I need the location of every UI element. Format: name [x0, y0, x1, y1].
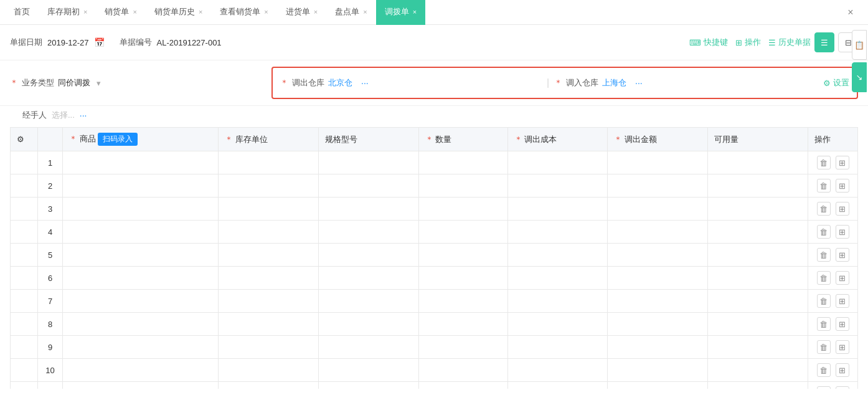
row-amount-cell[interactable] — [608, 198, 708, 221]
row-copy-icon[interactable]: ⊞ — [836, 363, 849, 377]
row-available-cell[interactable] — [708, 151, 808, 174]
row-unit-cell[interactable] — [219, 336, 319, 359]
row-cost-cell[interactable] — [507, 221, 608, 244]
row-copy-icon[interactable]: ⊞ — [836, 294, 849, 308]
row-delete-icon[interactable]: 🗑 — [817, 179, 831, 193]
tab-transfer[interactable]: 调拨单 × — [376, 0, 425, 25]
warehouse-out-ellipsis[interactable]: ··· — [361, 78, 369, 88]
row-cost-cell[interactable] — [507, 267, 608, 290]
row-qty-cell[interactable] — [418, 313, 507, 336]
row-unit-cell[interactable] — [219, 221, 319, 244]
tab-home[interactable]: 首页 — [5, 0, 39, 25]
row-delete-icon[interactable]: 🗑 — [817, 248, 831, 262]
tab-transfer-close[interactable]: × — [413, 8, 417, 16]
row-delete-icon[interactable]: 🗑 — [817, 386, 831, 389]
row-qty-cell[interactable] — [418, 221, 507, 244]
list-view-button[interactable]: ☰ — [814, 32, 834, 52]
row-delete-icon[interactable]: 🗑 — [817, 271, 831, 285]
row-amount-cell[interactable] — [608, 244, 708, 267]
row-delete-icon[interactable]: 🗑 — [817, 363, 831, 377]
row-cost-cell[interactable] — [507, 198, 608, 221]
row-amount-cell[interactable] — [608, 267, 708, 290]
row-delete-icon[interactable]: 🗑 — [817, 317, 831, 331]
row-product-cell[interactable] — [63, 290, 219, 313]
dropdown-arrow-icon[interactable]: ▾ — [97, 79, 101, 88]
row-available-cell[interactable] — [708, 174, 808, 198]
row-qty-cell[interactable] — [418, 382, 507, 389]
row-product-cell[interactable] — [63, 359, 219, 382]
warehouse-in-value[interactable]: 上海仓 — [602, 77, 626, 88]
settings-gear-button[interactable]: ⚙ 设置 — [823, 77, 849, 88]
row-copy-icon[interactable]: ⊞ — [836, 179, 849, 193]
row-cost-cell[interactable] — [507, 244, 608, 267]
row-spec-cell[interactable] — [318, 336, 418, 359]
row-available-cell[interactable] — [708, 198, 808, 221]
row-amount-cell[interactable] — [608, 151, 708, 174]
sidebar-doc-button[interactable]: 📋 — [852, 30, 867, 60]
person-select[interactable]: 选择... — [52, 110, 75, 121]
row-qty-cell[interactable] — [418, 174, 507, 198]
table-scroll[interactable]: ⚙ ＊ 商品 扫码录入 ＊ 库存单位 规格型号 — [10, 127, 858, 389]
row-qty-cell[interactable] — [418, 359, 507, 382]
row-spec-cell[interactable] — [318, 151, 418, 174]
row-product-cell[interactable] — [63, 336, 219, 359]
row-product-cell[interactable] — [63, 151, 219, 174]
row-available-cell[interactable] — [708, 336, 808, 359]
row-delete-icon[interactable]: 🗑 — [817, 225, 831, 239]
tab-purchase-order[interactable]: 进货单 × — [277, 0, 326, 25]
row-spec-cell[interactable] — [318, 244, 418, 267]
row-unit-cell[interactable] — [219, 174, 319, 198]
row-copy-icon[interactable]: ⊞ — [836, 386, 849, 389]
tab-sales-order-close[interactable]: × — [133, 8, 136, 16]
row-copy-icon[interactable]: ⊞ — [836, 202, 849, 216]
tab-inventory-init-close[interactable]: × — [83, 8, 87, 16]
row-available-cell[interactable] — [708, 267, 808, 290]
row-copy-icon[interactable]: ⊞ — [836, 317, 849, 331]
row-available-cell[interactable] — [708, 359, 808, 382]
row-cost-cell[interactable] — [507, 359, 608, 382]
row-spec-cell[interactable] — [318, 198, 418, 221]
row-delete-icon[interactable]: 🗑 — [817, 340, 831, 354]
row-amount-cell[interactable] — [608, 290, 708, 313]
business-type-value[interactable]: 同价调拨 — [58, 77, 90, 88]
row-copy-icon[interactable]: ⊞ — [836, 248, 849, 262]
row-cost-cell[interactable] — [507, 382, 608, 389]
row-spec-cell[interactable] — [318, 382, 418, 389]
row-unit-cell[interactable] — [219, 151, 319, 174]
row-cost-cell[interactable] — [507, 151, 608, 174]
scan-button[interactable]: 扫码录入 — [98, 133, 138, 146]
tab-inventory-init[interactable]: 库存期初 × — [39, 0, 96, 25]
row-product-cell[interactable] — [63, 244, 219, 267]
row-available-cell[interactable] — [708, 244, 808, 267]
row-delete-icon[interactable]: 🗑 — [817, 202, 831, 216]
tab-stocktake-close[interactable]: × — [363, 8, 367, 16]
shortcuts-link[interactable]: ⌨ 快捷键 — [689, 37, 728, 48]
row-qty-cell[interactable] — [418, 198, 507, 221]
tab-view-sales[interactable]: 查看销货单 × — [211, 0, 276, 25]
row-delete-icon[interactable]: 🗑 — [817, 156, 831, 169]
row-product-cell[interactable] — [63, 267, 219, 290]
row-unit-cell[interactable] — [219, 359, 319, 382]
row-spec-cell[interactable] — [318, 267, 418, 290]
row-spec-cell[interactable] — [318, 174, 418, 198]
tab-purchase-order-close[interactable]: × — [314, 8, 318, 16]
row-unit-cell[interactable] — [219, 382, 319, 389]
tab-stocktake[interactable]: 盘点单 × — [326, 0, 375, 25]
history-link[interactable]: ☰ 历史单据 — [768, 37, 811, 48]
row-amount-cell[interactable] — [608, 382, 708, 389]
window-close-button[interactable]: × — [838, 0, 863, 25]
row-cost-cell[interactable] — [507, 313, 608, 336]
row-available-cell[interactable] — [708, 290, 808, 313]
row-product-cell[interactable] — [63, 221, 219, 244]
row-product-cell[interactable] — [63, 382, 219, 389]
row-cost-cell[interactable] — [507, 290, 608, 313]
tab-sales-history[interactable]: 销货单历史 × — [146, 0, 211, 25]
col-header-settings[interactable]: ⚙ — [11, 128, 38, 151]
row-qty-cell[interactable] — [418, 267, 507, 290]
row-available-cell[interactable] — [708, 382, 808, 389]
row-spec-cell[interactable] — [318, 313, 418, 336]
row-cost-cell[interactable] — [507, 174, 608, 198]
row-copy-icon[interactable]: ⊞ — [836, 225, 849, 239]
row-copy-icon[interactable]: ⊞ — [836, 340, 849, 354]
calendar-icon[interactable]: 📅 — [94, 37, 105, 47]
